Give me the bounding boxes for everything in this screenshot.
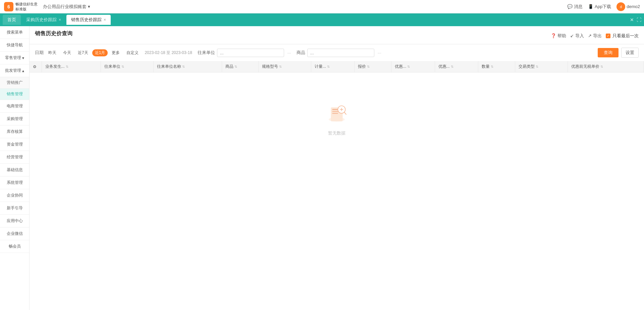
sidebar-basic-info-label: 基础信息	[7, 167, 23, 172]
chat-label: 消息	[574, 4, 583, 10]
sidebar-app-center-label: 应用中心	[7, 218, 23, 223]
tab-close-all-button[interactable]: ✕	[630, 17, 634, 22]
col-partner-name: 往来单位名称⇅	[153, 61, 222, 72]
only-last-label: 只看最后一次	[612, 33, 639, 39]
sidebar-item-guide[interactable]: 新手引导	[0, 202, 29, 215]
sidebar-search-menu-label: 搜索菜单	[7, 30, 23, 35]
date-label: 日期	[35, 50, 44, 56]
top-bar-left: 6 畅捷信好生意 标准版 办公用品行业模拟账套 ▾	[4, 2, 93, 11]
data-table: ⚙ 业务发生...⇅ 往来单位⇅ 往来单位名称⇅ 商品⇅ 规格型号⇅ 计量...…	[30, 61, 644, 72]
chevron-down-icon: ▾	[88, 4, 90, 9]
col-unit: 计量...⇅	[311, 61, 355, 72]
only-last-toggle[interactable]: ✓ 只看最后一次	[606, 33, 639, 39]
col-biz-date: 业务发生...⇅	[42, 61, 101, 72]
sidebar-item-retail[interactable]: 零售管理 ▾	[0, 52, 29, 64]
col-price: 报价⇅	[355, 61, 391, 72]
logo-line2: 标准版	[15, 7, 38, 11]
logo-line1: 畅捷信好生意	[15, 2, 38, 6]
logo-letter: 6	[7, 4, 10, 9]
sidebar-corp-wechat-label: 企业微信	[7, 231, 23, 236]
app-selector-label: 办公用品行业模拟账套	[43, 4, 87, 10]
partner-label: 往来单位	[198, 50, 215, 56]
chevron-down-icon: ▾	[22, 56, 24, 60]
sidebar-item-ecommerce[interactable]: 电商管理	[0, 100, 29, 113]
sidebar-item-system[interactable]: 系统管理	[0, 176, 29, 189]
only-last-checkbox[interactable]: ✓	[606, 34, 610, 38]
col-spec: 规格型号⇅	[259, 61, 311, 72]
sidebar-sales-mgmt-label: 销售管理	[7, 92, 23, 96]
table-header-row: ⚙ 业务发生...⇅ 往来单位⇅ 往来单位名称⇅ 商品⇅ 规格型号⇅ 计量...…	[30, 61, 644, 72]
sidebar-item-purchase[interactable]: 采购管理	[0, 113, 29, 125]
tab-purchase[interactable]: 采购历史价跟踪 ×	[21, 15, 66, 25]
date-btn-yesterday[interactable]: 昨天	[46, 49, 59, 56]
tab-bar: 首页 采购历史价跟踪 × 销售历史价跟踪 × ✕ ⛶	[0, 13, 644, 26]
table-container: ⚙ 业务发生...⇅ 往来单位⇅ 往来单位名称⇅ 商品⇅ 规格型号⇅ 计量...…	[30, 61, 644, 310]
query-button[interactable]: 查询	[598, 48, 619, 57]
logo-icon: 6	[4, 2, 13, 11]
sidebar-system-label: 系统管理	[7, 180, 23, 185]
export-button[interactable]: ↗ 导出	[588, 33, 602, 39]
partner-more-icon[interactable]: ···	[287, 50, 291, 55]
col-trade-type: 交易类型⇅	[515, 61, 568, 72]
help-button[interactable]: ❓ 帮助	[551, 33, 566, 39]
logo-text: 畅捷信好生意 标准版	[15, 2, 38, 11]
sidebar-item-quick-nav[interactable]: 快捷导航	[0, 39, 29, 52]
date-btn-more[interactable]: 更多	[109, 49, 122, 56]
sidebar-marketing-label: 营销推广	[7, 80, 23, 85]
date-btn-last7[interactable]: 近7天	[75, 49, 91, 56]
chat-button[interactable]: 💬 消息	[567, 4, 583, 10]
sidebar-item-member[interactable]: 畅会员	[0, 240, 29, 253]
svg-line-8	[344, 112, 346, 114]
import-button[interactable]: ↙ 导入	[570, 33, 584, 39]
sidebar-item-inventory[interactable]: 库存核算	[0, 125, 29, 138]
sidebar-item-corp-wechat[interactable]: 企业微信	[0, 227, 29, 240]
tab-sales[interactable]: 销售历史价跟踪 ×	[66, 15, 111, 25]
help-label: 帮助	[557, 33, 566, 39]
partner-input[interactable]	[217, 49, 284, 57]
svg-rect-4	[332, 113, 338, 114]
download-icon: 📱	[588, 4, 593, 9]
product-more-icon[interactable]: ···	[378, 50, 381, 55]
top-bar: 6 畅捷信好生意 标准版 办公用品行业模拟账套 ▾ 💬 消息 📱 App下载 d…	[0, 0, 644, 13]
sidebar-item-enterprise[interactable]: 企业协同	[0, 189, 29, 202]
date-options: 昨天 今天 近7天 近1月 更多 自定义	[46, 49, 141, 56]
empty-state: 暂无数据	[30, 72, 644, 163]
sidebar-item-basic-info[interactable]: 基础信息	[0, 164, 29, 176]
sidebar-item-finance[interactable]: 资金管理	[0, 138, 29, 151]
tab-purchase-close[interactable]: ×	[59, 18, 61, 22]
sidebar-item-app-center[interactable]: 应用中心	[0, 215, 29, 227]
import-icon: ↙	[570, 33, 574, 38]
date-btn-last1m[interactable]: 近1月	[92, 49, 108, 56]
date-btn-today[interactable]: 今天	[60, 49, 74, 56]
app-download-button[interactable]: 📱 App下载	[588, 4, 611, 10]
sidebar-item-wholesale[interactable]: 批发管理 ▴	[0, 64, 29, 77]
col-settings[interactable]: ⚙	[30, 61, 42, 72]
tab-fullscreen-button[interactable]: ⛶	[637, 17, 641, 22]
sidebar-item-operation[interactable]: 经营管理	[0, 151, 29, 164]
sidebar-retail-label: 零售管理	[5, 55, 21, 61]
product-input[interactable]	[307, 49, 374, 57]
avatar: d	[616, 2, 625, 11]
col-pre-tax-price: 优惠前无税单价⇅	[568, 61, 644, 72]
sidebar-finance-label: 资金管理	[7, 142, 23, 147]
sidebar-wholesale-label: 批发管理	[5, 68, 21, 73]
sidebar-ecommerce-label: 电商管理	[7, 104, 23, 108]
app-selector[interactable]: 办公用品行业模拟账套 ▾	[40, 4, 93, 10]
user-area[interactable]: d demo2	[616, 2, 640, 11]
sidebar-item-marketing[interactable]: 营销推广	[0, 77, 29, 89]
date-btn-custom[interactable]: 自定义	[124, 49, 141, 56]
empty-text: 暂无数据	[328, 130, 345, 136]
col-discount1: 优惠...⇅	[391, 61, 435, 72]
sidebar-enterprise-label: 企业协同	[7, 193, 23, 198]
page-header: 销售历史价查询 ❓ 帮助 ↙ 导入 ↗ 导出 ✓	[30, 26, 644, 44]
sidebar-quick-nav-label: 快捷导航	[7, 43, 23, 47]
setting-button[interactable]: 设置	[621, 48, 639, 58]
sidebar-inventory-label: 库存核算	[7, 129, 23, 134]
sidebar-item-search-menu[interactable]: 搜索菜单	[0, 26, 29, 39]
date-filter-group: 日期 昨天 今天 近7天 近1月 更多 自定义 2023-02-18 至 202…	[35, 49, 192, 56]
filter-right: 查询 设置	[598, 48, 639, 58]
tab-sales-close[interactable]: ×	[104, 18, 106, 22]
sidebar-item-sales-mgmt[interactable]: 销售管理	[0, 89, 29, 100]
tab-home[interactable]: 首页	[3, 15, 21, 25]
sidebar: 搜索菜单 快捷导航 零售管理 ▾ 批发管理 ▴ 营销推广 销售管理 电商管理 采…	[0, 26, 30, 310]
